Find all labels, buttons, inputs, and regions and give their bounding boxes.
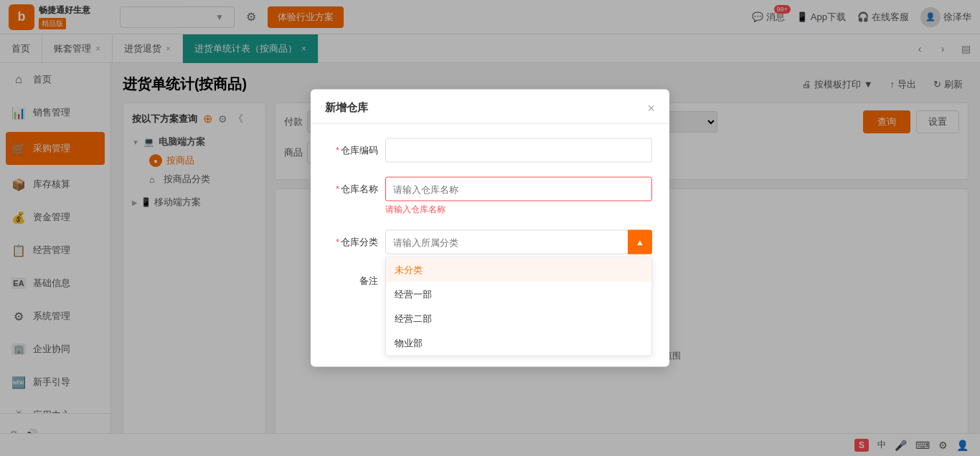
- name-label: 仓库名称: [328, 177, 385, 196]
- code-input[interactable]: 04: [385, 138, 652, 163]
- category-label: 仓库分类: [328, 230, 385, 249]
- code-control: 04: [385, 138, 652, 163]
- category-control: ▲ 未分类 经营一部 经营二部 物业部: [385, 230, 652, 255]
- dialog-close-button[interactable]: ×: [647, 101, 655, 114]
- category-field-row: 仓库分类 ▲ 未分类 经营一部 经营二部 物业部: [328, 230, 652, 255]
- dropdown-item-0[interactable]: 未分类: [386, 258, 651, 282]
- dialog-title: 新增仓库: [325, 101, 368, 115]
- code-field-row: 仓库编码 04: [328, 138, 652, 163]
- dropdown-item-3[interactable]: 物业部: [386, 331, 651, 356]
- chevron-up-icon: ▲: [636, 237, 644, 247]
- note-label: 备注: [328, 269, 385, 288]
- name-input[interactable]: [385, 177, 652, 201]
- name-field-row: 仓库名称 请输入仓库名称: [328, 177, 652, 216]
- dropdown-item-1[interactable]: 经营一部: [386, 282, 651, 307]
- name-error-msg: 请输入仓库名称: [385, 204, 652, 216]
- category-input[interactable]: [385, 230, 652, 255]
- dialog-header: 新增仓库 ×: [311, 90, 669, 124]
- category-dropdown: 未分类 经营一部 经营二部 物业部: [385, 257, 652, 356]
- add-warehouse-dialog: 新增仓库 × 仓库编码 04 仓库名称 请输入仓库名称 仓库分类 ▲: [311, 90, 669, 367]
- dialog-body: 仓库编码 04 仓库名称 请输入仓库名称 仓库分类 ▲ 未分类: [311, 124, 669, 314]
- dropdown-item-2[interactable]: 经营二部: [386, 307, 651, 331]
- name-control: 请输入仓库名称: [385, 177, 652, 216]
- code-label: 仓库编码: [328, 138, 385, 157]
- category-toggle-btn[interactable]: ▲: [628, 230, 652, 255]
